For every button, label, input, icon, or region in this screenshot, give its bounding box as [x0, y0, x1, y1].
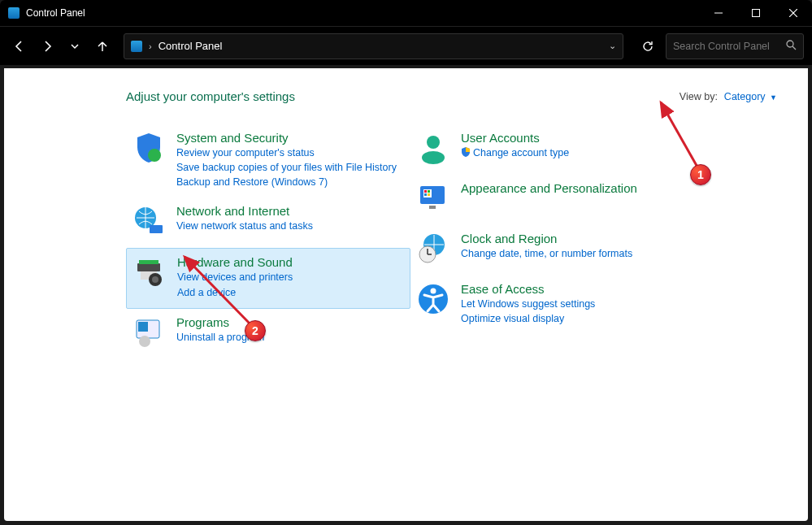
- monitor-icon: [415, 181, 451, 217]
- category-link[interactable]: Save backup copies of your files with Fi…: [176, 160, 397, 175]
- category-link[interactable]: Change account type: [461, 145, 569, 160]
- chevron-down-icon: ▼: [770, 93, 777, 102]
- svg-rect-10: [139, 260, 158, 264]
- addr-chevron-icon: ›: [149, 41, 152, 51]
- svg-rect-21: [424, 190, 427, 193]
- forward-button[interactable]: [36, 35, 59, 58]
- svg-point-18: [422, 151, 445, 164]
- annotation-badge-2: 2: [245, 320, 266, 341]
- refresh-button[interactable]: [635, 33, 661, 59]
- category-link[interactable]: Backup and Restore (Windows 7): [176, 175, 397, 189]
- category-title[interactable]: System and Security: [176, 131, 397, 145]
- svg-point-4: [787, 41, 793, 47]
- category-link[interactable]: View network status and tasks: [176, 219, 313, 233]
- accessibility-icon: [415, 282, 451, 318]
- category-link[interactable]: Change date, time, or number formats: [461, 246, 632, 261]
- back-button[interactable]: [8, 35, 31, 58]
- category-link[interactable]: Optimize visual display: [461, 311, 595, 326]
- svg-rect-9: [137, 263, 160, 271]
- svg-rect-25: [429, 206, 436, 209]
- category-link[interactable]: Add a device: [177, 285, 293, 300]
- category-title[interactable]: Hardware and Sound: [177, 255, 293, 269]
- window-title: Control Panel: [26, 7, 85, 19]
- annotation-badge-1: 1: [690, 164, 711, 185]
- category-link[interactable]: Let Windows suggest settings: [461, 297, 595, 311]
- svg-point-16: [139, 336, 150, 347]
- titlebar: Control Panel: [0, 0, 812, 26]
- user-icon: [415, 131, 451, 167]
- recent-dropdown-button[interactable]: [63, 35, 86, 58]
- maximize-button[interactable]: [737, 0, 775, 26]
- svg-rect-24: [428, 193, 430, 196]
- printer-icon: [132, 255, 167, 291]
- viewby-label: View by:: [680, 91, 718, 102]
- control-panel-icon: [131, 41, 142, 52]
- up-button[interactable]: [91, 35, 114, 58]
- category-grid: System and Security Review your computer…: [126, 124, 788, 359]
- content-area: Adjust your computer's settings View by:…: [4, 68, 808, 521]
- viewby-dropdown[interactable]: Category ▼: [724, 91, 777, 102]
- category-ease-of-access[interactable]: Ease of Access Let Windows suggest setti…: [410, 276, 671, 334]
- svg-point-17: [427, 136, 440, 149]
- clock-icon: [415, 232, 451, 267]
- category-hardware-sound[interactable]: Hardware and Sound View devices and prin…: [126, 248, 410, 308]
- svg-rect-15: [138, 322, 148, 332]
- globe-icon: [131, 204, 167, 240]
- svg-rect-1: [753, 10, 760, 17]
- category-title[interactable]: User Accounts: [461, 131, 569, 145]
- svg-rect-22: [428, 190, 430, 193]
- category-title[interactable]: Ease of Access: [461, 282, 595, 296]
- window-controls: [700, 0, 812, 26]
- search-icon: [786, 40, 797, 53]
- category-title[interactable]: Clock and Region: [461, 232, 632, 245]
- address-dropdown-icon[interactable]: ⌄: [609, 41, 616, 51]
- category-link[interactable]: View devices and printers: [177, 270, 293, 284]
- view-by: View by: Category ▼: [680, 91, 777, 102]
- category-title[interactable]: Network and Internet: [176, 204, 313, 218]
- category-appearance[interactable]: Appearance and Personalization: [410, 175, 671, 225]
- shield-icon: [131, 131, 167, 167]
- uac-shield-icon: [461, 147, 471, 157]
- category-title[interactable]: Appearance and Personalization: [461, 181, 637, 195]
- category-link[interactable]: Review your computer's status: [176, 145, 397, 160]
- address-bar[interactable]: › Control Panel ⌄: [124, 33, 623, 59]
- search-input[interactable]: [673, 41, 797, 52]
- address-text: Control Panel: [158, 40, 223, 52]
- app-icon: [8, 7, 20, 19]
- svg-rect-8: [150, 225, 163, 233]
- nav-toolbar: › Control Panel ⌄: [0, 26, 812, 65]
- category-network-internet[interactable]: Network and Internet View network status…: [126, 197, 410, 248]
- minimize-button[interactable]: [700, 0, 737, 26]
- svg-line-5: [792, 46, 796, 50]
- svg-point-6: [148, 149, 161, 162]
- programs-icon: [131, 315, 167, 351]
- close-button[interactable]: [775, 0, 812, 26]
- category-clock-region[interactable]: Clock and Region Change date, time, or n…: [410, 225, 671, 276]
- svg-point-13: [152, 276, 158, 283]
- search-box[interactable]: [666, 33, 804, 59]
- svg-rect-23: [424, 193, 427, 196]
- category-system-security[interactable]: System and Security Review your computer…: [126, 124, 410, 197]
- svg-point-29: [431, 289, 436, 294]
- viewby-value: Category: [724, 91, 766, 102]
- category-user-accounts[interactable]: User Accounts Change account type: [410, 124, 671, 175]
- category-programs[interactable]: Programs Uninstall a program: [126, 309, 410, 359]
